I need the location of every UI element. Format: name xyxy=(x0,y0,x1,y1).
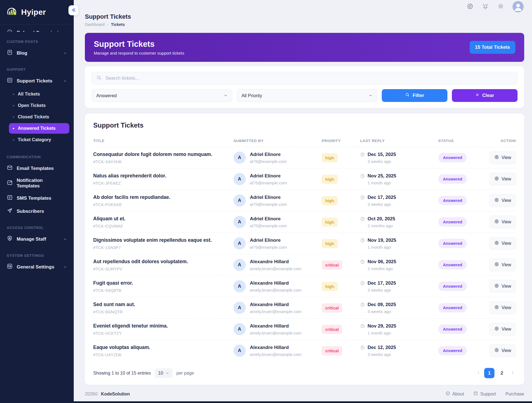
language-globe-button[interactable] xyxy=(467,3,474,11)
sidebar-subitem-label: All Tickets xyxy=(18,92,40,97)
submitter-avatar: A xyxy=(233,216,246,228)
column-header-last-reply: Last Reply xyxy=(360,139,438,143)
brand-logo-icon xyxy=(6,6,18,19)
priority-badge: critical xyxy=(322,346,342,355)
search-input[interactable] xyxy=(105,75,513,81)
priority-badge: high xyxy=(322,196,338,205)
footer-link-label: Purchase xyxy=(505,392,524,397)
sidebar-item-notification-templates[interactable]: Notification Templates xyxy=(4,175,69,192)
sidebar-item-general-settings[interactable]: General Settings xyxy=(4,260,69,273)
sidebar-item-sms-templates[interactable]: SMS Templates xyxy=(4,192,69,205)
ticket-id: #TCK-PVEKKE xyxy=(93,202,233,207)
table-footer: Showing 1 to 10 of 15 entries 10 per pag… xyxy=(93,368,516,378)
status-filter-select[interactable]: Answered xyxy=(92,89,232,102)
sidebar-item-label: Referral Commissions xyxy=(17,30,67,32)
status-cell: Answered xyxy=(438,153,485,162)
view-button[interactable]: View xyxy=(489,301,516,314)
view-button[interactable]: View xyxy=(489,194,516,207)
view-button[interactable]: View xyxy=(489,344,516,357)
last-reply-cell: Nov 25, 2025 1 month ago xyxy=(360,173,438,185)
submitter-email: amely.bruen@example.com xyxy=(250,266,302,271)
chevron-down-icon xyxy=(63,265,67,269)
sidebar-item-open-tickets[interactable]: Open Tickets xyxy=(9,100,69,111)
view-button-label: View xyxy=(502,262,511,267)
action-cell: View xyxy=(485,151,516,164)
per-page-select[interactable]: 10 xyxy=(155,368,173,378)
view-button[interactable]: View xyxy=(489,237,516,250)
view-button[interactable]: View xyxy=(489,323,516,336)
reply-info: Nov 06, 2025 2 months ago xyxy=(368,259,396,271)
sidebar-item-answered-tickets[interactable]: Answered Tickets xyxy=(9,123,69,134)
page-button-1[interactable]: 1 xyxy=(484,368,494,378)
reply-relative-time: 1 month ago xyxy=(368,245,396,250)
sidebar-item-all-tickets[interactable]: All Tickets xyxy=(9,89,69,99)
priority-badge: high xyxy=(322,239,338,248)
sidebar-collapse-button[interactable] xyxy=(68,5,78,15)
sidebar-item-label: Blog xyxy=(17,50,27,56)
view-button-label: View xyxy=(502,177,511,182)
footer-link-support[interactable]: Support xyxy=(473,391,496,397)
ticket-title-cell: Sed sunt nam aut. #TCK-9GNQTR xyxy=(93,302,233,314)
clear-button[interactable]: Clear xyxy=(452,89,518,102)
previous-page-button[interactable] xyxy=(475,369,482,377)
table-row: Aut repellendus odit dolores voluptatem.… xyxy=(93,254,516,275)
view-button[interactable]: View xyxy=(489,258,516,271)
reply-relative-time: 2 months ago xyxy=(368,223,395,228)
view-button[interactable]: View xyxy=(489,151,516,164)
staff-badge-icon xyxy=(7,235,13,243)
submitter-email: al75@example.com xyxy=(250,159,287,164)
search-icon xyxy=(405,92,410,99)
priority-badge: critical xyxy=(322,325,342,334)
footer-link-about[interactable]: About xyxy=(445,391,464,397)
reply-info: Nov 29, 2025 1 month ago xyxy=(368,323,396,335)
ticket-title-cell: Natus alias reprehenderit dolor. #TCK-JF… xyxy=(93,173,233,185)
submitted-by-cell: A Alexandre Hillard amely.bruen@example.… xyxy=(233,259,322,271)
page-button-2[interactable]: 2 xyxy=(497,368,507,378)
banner-subtitle: Manage and respond to customer support t… xyxy=(94,51,184,55)
footer: 2026© KodeSolution About Support xyxy=(74,385,532,403)
next-page-button[interactable] xyxy=(509,369,516,377)
breadcrumb-dashboard[interactable]: Dashboard xyxy=(85,22,105,27)
ticket-id: #TCK-SURYPV xyxy=(93,267,233,271)
ticket-title: Consequatur dolore fugit dolorem nemo nu… xyxy=(93,152,233,157)
sidebar-item-ticket-category[interactable]: Ticket Category xyxy=(9,135,69,145)
view-button[interactable]: View xyxy=(489,216,516,228)
sidebar-item-support-tickets[interactable]: Support Tickets xyxy=(4,74,69,87)
sidebar-nav: Referral Commissions CUSTOM POSTS Blog S… xyxy=(0,25,74,403)
tickets-table-card: Support Tickets Title Submitted By Prior… xyxy=(85,114,524,385)
footer-link-purchase[interactable]: Purchase xyxy=(505,392,524,397)
filter-button[interactable]: Filter xyxy=(382,89,447,102)
sidebar-item-manage-staff[interactable]: Manage Staff xyxy=(4,233,69,246)
footer-link-label: Support xyxy=(480,392,496,397)
submitter-avatar: A xyxy=(233,323,246,335)
sidebar-item-email-templates[interactable]: Email Templates xyxy=(4,162,69,175)
submitter-avatar: A xyxy=(233,194,246,207)
priority-cell: high xyxy=(322,175,360,184)
user-avatar[interactable] xyxy=(513,1,524,12)
submitter-name: Adriel Elinore xyxy=(250,238,287,243)
sidebar-subitem-label: Ticket Category xyxy=(18,137,51,142)
view-button[interactable]: View xyxy=(489,173,516,185)
notifications-button[interactable] xyxy=(482,3,489,11)
sidebar-item-subscribers[interactable]: Subscribers xyxy=(4,205,69,218)
reply-relative-time: 3 weeks ago xyxy=(368,159,396,164)
last-reply-cell: Dec 09, 2025 4 weeks ago xyxy=(360,302,438,314)
reply-relative-time: 1 month ago xyxy=(368,331,396,335)
theme-toggle-button[interactable] xyxy=(497,3,504,11)
sidebar-item-referral-commissions[interactable]: Referral Commissions xyxy=(4,26,69,32)
total-tickets-badge[interactable]: 15 Total Tickets xyxy=(470,41,515,54)
sidebar-item-closed-tickets[interactable]: Closed Tickets xyxy=(9,112,69,122)
priority-filter-select[interactable]: All Priority xyxy=(237,89,378,102)
submitter-avatar: A xyxy=(233,302,246,314)
view-button-label: View xyxy=(502,198,511,203)
reply-info: Dec 09, 2025 4 weeks ago xyxy=(368,302,396,314)
sidebar-item-blog[interactable]: Blog xyxy=(4,47,69,60)
eye-icon xyxy=(494,326,499,332)
clock-icon xyxy=(360,302,365,314)
view-button[interactable]: View xyxy=(489,280,516,293)
bullet-icon xyxy=(13,139,14,141)
submitter-email: amely.bruen@example.com xyxy=(250,288,302,292)
chevron-right-icon xyxy=(510,370,515,376)
nav-section-communication: COMMUNICATION xyxy=(7,155,67,159)
status-badge: Answered xyxy=(438,239,467,248)
